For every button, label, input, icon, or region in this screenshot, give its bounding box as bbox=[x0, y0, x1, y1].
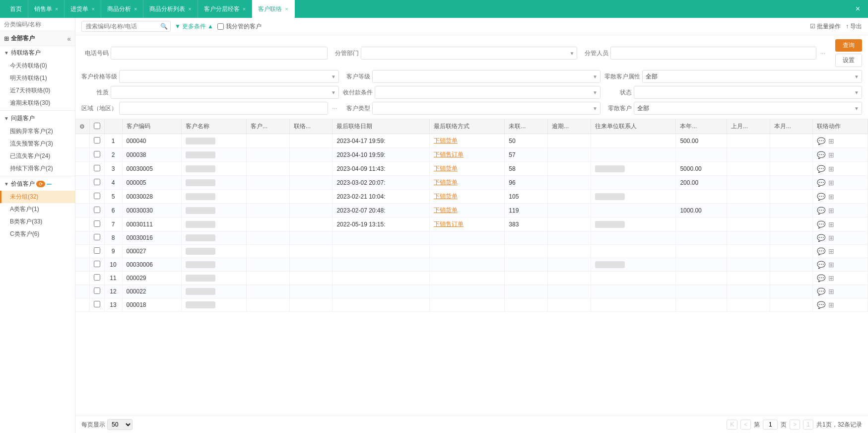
row-checkbox[interactable] bbox=[94, 151, 100, 157]
window-close-icon[interactable]: × bbox=[852, 4, 864, 13]
customer-type-select[interactable] bbox=[372, 102, 601, 115]
sidebar-item-c-class[interactable]: C类客户(6) bbox=[0, 228, 75, 240]
reset-btn[interactable]: 设置 bbox=[835, 54, 862, 67]
cell-check[interactable] bbox=[89, 190, 104, 204]
col-check[interactable] bbox=[89, 119, 104, 134]
row-checkbox[interactable] bbox=[94, 179, 100, 185]
row-checkbox[interactable] bbox=[94, 193, 100, 199]
sidebar-item-today[interactable]: 今天待联络(0) bbox=[0, 60, 75, 72]
last-method-link[interactable]: 下销货单 bbox=[434, 165, 458, 172]
select-all-checkbox[interactable] bbox=[94, 123, 100, 129]
chat-icon[interactable]: 💬 bbox=[817, 288, 825, 295]
col-name[interactable]: 客户名称 bbox=[182, 119, 247, 134]
sidebar-group-pending[interactable]: ▼ 待联络客户 bbox=[0, 46, 75, 60]
cell-check[interactable] bbox=[89, 217, 104, 231]
cell-check[interactable] bbox=[89, 134, 104, 148]
next-page-btn[interactable]: > bbox=[790, 420, 800, 430]
tab-product-analysis[interactable]: 商品分析 × bbox=[101, 0, 143, 18]
cell-check[interactable] bbox=[89, 204, 104, 217]
more-conditions-btn[interactable]: ▼ 更多条件 ▲ bbox=[175, 22, 213, 31]
chat-icon[interactable]: 💬 bbox=[817, 193, 825, 201]
cell-last-method[interactable] bbox=[430, 298, 505, 312]
tab-customer-contact[interactable]: 客户联络 × bbox=[252, 0, 294, 18]
prev-page-btn[interactable]: < bbox=[740, 420, 751, 430]
last-method-link[interactable]: 下销售订单 bbox=[434, 220, 464, 227]
person-dots-icon[interactable]: ··· bbox=[818, 50, 827, 57]
grid-action-icon[interactable]: ⊞ bbox=[828, 151, 834, 159]
cell-last-method[interactable]: 下销售订单 bbox=[430, 148, 505, 162]
sidebar-item-tomorrow[interactable]: 明天待联络(1) bbox=[0, 72, 75, 84]
cell-last-method[interactable] bbox=[430, 258, 505, 272]
cell-last-method[interactable] bbox=[430, 245, 505, 258]
cell-check[interactable] bbox=[89, 258, 104, 272]
cell-last-method[interactable] bbox=[430, 285, 505, 298]
grid-action-icon[interactable]: ⊞ bbox=[828, 220, 834, 228]
region-input[interactable] bbox=[119, 102, 328, 115]
row-checkbox[interactable] bbox=[94, 274, 100, 281]
col-settings[interactable]: ⚙ bbox=[75, 119, 89, 134]
grid-action-icon[interactable]: ⊞ bbox=[828, 207, 834, 215]
grid-action-icon[interactable]: ⊞ bbox=[828, 179, 834, 187]
sidebar-item-7days[interactable]: 近7天待联络(0) bbox=[0, 84, 75, 97]
col-this-year[interactable]: 本年... bbox=[676, 119, 727, 134]
cell-last-method[interactable]: 下销货单 bbox=[430, 204, 505, 217]
tab-purchase[interactable]: 进货单 × bbox=[65, 0, 101, 18]
status-select[interactable] bbox=[634, 86, 862, 99]
tab-product-list[interactable]: 商品分析列表 × bbox=[143, 0, 198, 18]
sidebar-group-problem[interactable]: ▼ 问题客户 bbox=[0, 112, 75, 125]
chat-icon[interactable]: 💬 bbox=[817, 301, 825, 309]
phone-input[interactable] bbox=[111, 47, 328, 60]
col-type[interactable]: 客户... bbox=[247, 119, 290, 134]
filter-search-box[interactable]: 🔍 bbox=[81, 21, 171, 32]
last-method-link[interactable]: 下销货单 bbox=[434, 193, 458, 200]
row-checkbox[interactable] bbox=[94, 301, 100, 307]
grid-action-icon[interactable]: ⊞ bbox=[828, 261, 834, 269]
sidebar-search-input[interactable] bbox=[4, 21, 75, 28]
nature-select[interactable] bbox=[111, 86, 339, 99]
chat-icon[interactable]: 💬 bbox=[817, 274, 825, 282]
grid-action-icon[interactable]: ⊞ bbox=[828, 193, 834, 201]
row-checkbox[interactable] bbox=[94, 234, 100, 240]
chat-icon[interactable]: 💬 bbox=[817, 179, 825, 187]
col-overdue[interactable]: 逾期... bbox=[548, 119, 591, 134]
retail-attr-select[interactable]: 全部 bbox=[642, 70, 862, 83]
grid-action-icon[interactable]: ⊞ bbox=[828, 288, 834, 295]
chat-icon[interactable]: 💬 bbox=[817, 165, 825, 173]
col-last-method[interactable]: 最后联络方式 bbox=[430, 119, 505, 134]
last-method-link[interactable]: 下销货单 bbox=[434, 137, 458, 144]
cell-last-method[interactable]: 下销货单 bbox=[430, 134, 505, 148]
dept-select[interactable] bbox=[361, 47, 578, 60]
col-code[interactable]: 客户编码 bbox=[122, 119, 182, 134]
tab-customer-segment[interactable]: 客户分层经客 × bbox=[198, 0, 252, 18]
cell-check[interactable] bbox=[89, 148, 104, 162]
grid-action-icon[interactable]: ⊞ bbox=[828, 165, 834, 173]
export-btn[interactable]: ↑ 导出 bbox=[846, 22, 862, 31]
row-checkbox[interactable] bbox=[94, 261, 100, 267]
sidebar-search-box[interactable]: 🔍 bbox=[0, 18, 75, 31]
cell-last-method[interactable]: 下销货单 bbox=[430, 190, 505, 204]
chat-icon[interactable]: 💬 bbox=[817, 207, 825, 215]
close-purchase-icon[interactable]: × bbox=[91, 6, 94, 12]
cell-last-method[interactable]: 下销货单 bbox=[430, 162, 505, 176]
chat-icon[interactable]: 💬 bbox=[817, 151, 825, 159]
cell-check[interactable] bbox=[89, 162, 104, 176]
cell-check[interactable] bbox=[89, 176, 104, 190]
row-checkbox[interactable] bbox=[94, 247, 100, 254]
sidebar-item-churn-risk[interactable]: 流失预警客户(3) bbox=[0, 138, 75, 150]
per-page-select[interactable]: 50 100 200 bbox=[107, 419, 133, 430]
col-last-month[interactable]: 上月... bbox=[727, 119, 770, 134]
row-checkbox[interactable] bbox=[94, 288, 100, 294]
sidebar-item-a-class[interactable]: A类客户(1) bbox=[0, 203, 75, 216]
grid-action-icon[interactable]: ⊞ bbox=[828, 247, 834, 255]
batch-ops-btn[interactable]: ☑ 批量操作 bbox=[810, 22, 841, 31]
sidebar-item-no-group[interactable]: 未分组(32) bbox=[0, 191, 75, 203]
close-customer-segment-icon[interactable]: × bbox=[243, 6, 246, 12]
cell-last-method[interactable] bbox=[430, 272, 505, 285]
close-product-analysis-icon[interactable]: × bbox=[134, 6, 137, 12]
grid-action-icon[interactable]: ⊞ bbox=[828, 234, 834, 242]
my-customers-check[interactable]: 我分管的客户 bbox=[217, 22, 262, 31]
col-this-month[interactable]: 本月... bbox=[770, 119, 813, 134]
person-input[interactable] bbox=[610, 47, 816, 60]
region-dots-icon[interactable]: ··· bbox=[330, 105, 339, 112]
sidebar-item-overdue[interactable]: 逾期未联络(30) bbox=[0, 97, 75, 109]
